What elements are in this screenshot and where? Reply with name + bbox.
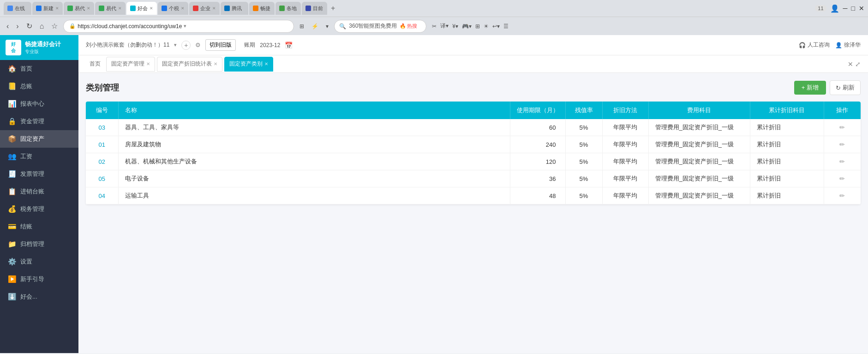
sidebar-label-tax: 税务管理 <box>20 205 44 213</box>
home-icon: 🏠 <box>7 65 17 73</box>
close-window-icon[interactable]: ✕ <box>859 5 864 12</box>
game-btn[interactable]: 🎮▾ <box>462 23 472 30</box>
browser-tab-gedi[interactable]: 各地 <box>275 2 301 15</box>
new-tab-button[interactable]: + <box>328 4 338 12</box>
tab-close-fa-manage[interactable]: ✕ <box>146 61 150 66</box>
address-bar[interactable]: 🔒 https://cloud.chanjet.com/accounting/u… <box>63 20 294 33</box>
qr-button[interactable]: ⊞ <box>298 22 306 30</box>
guide-icon: ▶️ <box>7 275 17 283</box>
edit-button[interactable]: ✏ <box>839 192 845 199</box>
forward-button[interactable]: › <box>14 21 20 31</box>
table-row: 05 电子设备 36 5% 年限平均 管理费用_固定资产折旧_一级 累计折旧 ✏ <box>86 170 861 187</box>
lightning-button[interactable]: ⚡ <box>310 22 320 30</box>
browser-tab-geshui[interactable]: 个税 ✕ <box>158 2 188 15</box>
undo-btn[interactable]: ↩▾ <box>492 23 500 30</box>
minimize-icon[interactable]: ─ <box>843 5 848 12</box>
consult-button[interactable]: 🎧 人工咨询 <box>799 41 830 49</box>
cell-action: ✏ <box>824 153 861 170</box>
dropdown-arrow[interactable]: ▾ <box>174 42 177 48</box>
sun-btn[interactable]: ☀ <box>484 23 489 30</box>
tab-label-6: 个税 <box>169 5 179 12</box>
tab-close-6[interactable]: ✕ <box>181 6 185 11</box>
menu-btn[interactable]: ☰ <box>503 23 509 30</box>
sidebar-item-funds[interactable]: 🔒 资金管理 <box>0 113 78 130</box>
table-body: 03 器具、工具、家具等 60 5% 年限平均 管理费用_固定资产折旧_一级 累… <box>86 119 861 204</box>
sidebar-item-fixed-assets[interactable]: 📦 固定资产 <box>0 130 78 148</box>
sidebar-item-settings[interactable]: ⚙️ 设置 <box>0 253 78 270</box>
page-tabs-right: ✕ ⤢ <box>848 60 861 68</box>
cell-residual: 5% <box>565 187 602 204</box>
refresh-icon: ↻ <box>836 84 841 91</box>
add-button[interactable]: + 新增 <box>794 81 826 95</box>
maximize-icon[interactable]: □ <box>851 5 855 12</box>
coin-btn[interactable]: ¥▾ <box>452 23 458 30</box>
browser-tab-online[interactable]: 在线 <box>4 2 31 15</box>
tab-close-3[interactable]: ✕ <box>87 6 90 11</box>
browser-tab-qiye[interactable]: 企业 ✕ <box>189 2 220 15</box>
browser-tab-haohui[interactable]: 好会 ✕ <box>126 2 157 15</box>
home-button[interactable]: ⌂ <box>38 21 46 31</box>
period-label: 账期 <box>244 41 255 49</box>
browser-tab-tengxun[interactable]: 腾讯 <box>221 2 248 15</box>
page-tab-home[interactable]: 首页 <box>86 60 104 68</box>
close-content-button[interactable]: ✕ <box>848 60 853 68</box>
page-tab-fa-depreciation[interactable]: 固定资产折旧统计表 ✕ <box>157 57 222 72</box>
sidebar-item-more[interactable]: ⬇️ 好会... <box>0 288 78 306</box>
cell-action: ✏ <box>824 170 861 187</box>
tab-close-5[interactable]: ✕ <box>150 6 153 11</box>
translate-btn[interactable]: 译▾ <box>440 22 449 30</box>
page-title: 类别管理 <box>86 82 119 93</box>
tab-close-fa-category[interactable]: ✕ <box>264 61 268 66</box>
cell-months: 48 <box>510 187 565 204</box>
sidebar-label-settings: 设置 <box>20 258 32 266</box>
title-actions: + 新增 ↻ 刷新 <box>794 80 861 95</box>
cell-expense: 管理费用_固定资产折旧_一级 <box>648 119 750 136</box>
browser-tab-yidai2[interactable]: 易代 ✕ <box>95 2 126 15</box>
user-avatar[interactable]: 👤 徐泽华 <box>835 41 861 49</box>
tab-label-11: 目前 <box>313 5 323 12</box>
scissors-btn[interactable]: ✂ <box>432 23 437 30</box>
sidebar-item-reports[interactable]: 📊 报表中心 <box>0 95 78 113</box>
browser-tab-yidai1[interactable]: 易代 ✕ <box>64 2 94 15</box>
add-account-button[interactable]: + <box>181 41 191 50</box>
checkout-icon: 💳 <box>7 222 17 231</box>
table-row: 04 运输工具 48 5% 年限平均 管理费用_固定资产折旧_一级 累计折旧 ✏ <box>86 187 861 204</box>
reload-button[interactable]: ↻ <box>24 21 34 31</box>
switch-version-button[interactable]: 切到旧版 <box>205 39 236 51</box>
sidebar-item-inventory[interactable]: 📋 进销台账 <box>0 183 78 200</box>
calendar-icon[interactable]: 📅 <box>285 42 293 49</box>
edit-button[interactable]: ✏ <box>839 158 845 165</box>
expand-content-button[interactable]: ⤢ <box>855 60 861 68</box>
bookmark-button[interactable]: ☆ <box>49 21 60 31</box>
sidebar-item-ledger[interactable]: 📒 总账 <box>0 78 78 95</box>
back-button[interactable]: ‹ <box>5 21 11 31</box>
page-tab-fa-manage[interactable]: 固定资产管理 ✕ <box>106 57 155 72</box>
tab-close-fa-depreciation[interactable]: ✕ <box>214 61 217 66</box>
edit-button[interactable]: ✏ <box>839 141 845 148</box>
page-tab-fa-category[interactable]: 固定资产类别 ✕ <box>224 57 273 72</box>
browser-tab-muqian[interactable]: 目前 <box>302 2 327 15</box>
search-bar[interactable]: 🔍 360智能抠图免费用 🔥 热搜 <box>334 20 426 33</box>
sidebar-item-guide[interactable]: ▶️ 新手引导 <box>0 270 78 288</box>
settings-gear-icon[interactable]: ⚙ <box>195 42 201 48</box>
cell-accumulated: 累计折旧 <box>750 136 824 153</box>
sidebar-item-invoice[interactable]: 🧾 发票管理 <box>0 165 78 183</box>
refresh-button[interactable]: ↻ 刷新 <box>830 80 861 95</box>
sidebar-label-fixed-assets: 固定资产 <box>20 135 44 143</box>
tab-close-4[interactable]: ✕ <box>118 6 122 11</box>
tab-close-2[interactable]: ✕ <box>55 6 59 11</box>
edit-button[interactable]: ✏ <box>839 175 845 182</box>
cell-action: ✏ <box>824 119 861 136</box>
sidebar-item-archive[interactable]: 📁 归档管理 <box>0 235 78 253</box>
sidebar-item-tax[interactable]: 💰 税务管理 <box>0 200 78 218</box>
grid-btn[interactable]: ⊞ <box>475 23 480 30</box>
sidebar-item-checkout[interactable]: 💳 结账 <box>0 218 78 235</box>
app-header: 刘小艳演示账套（勿删勿动！）11 ▾ + ⚙ 切到旧版 账期 2023-12 📅… <box>78 35 868 55</box>
browser-tab-changjie[interactable]: 畅捷 <box>249 2 275 15</box>
dropdown-button[interactable]: ▾ <box>324 22 330 30</box>
edit-button[interactable]: ✏ <box>839 124 845 131</box>
sidebar-item-home[interactable]: 🏠 首页 <box>0 60 78 78</box>
tab-close-7[interactable]: ✕ <box>212 6 216 11</box>
browser-tab-new[interactable]: 新建 ✕ <box>32 2 63 15</box>
sidebar-item-payroll[interactable]: 👥 工资 <box>0 148 78 165</box>
